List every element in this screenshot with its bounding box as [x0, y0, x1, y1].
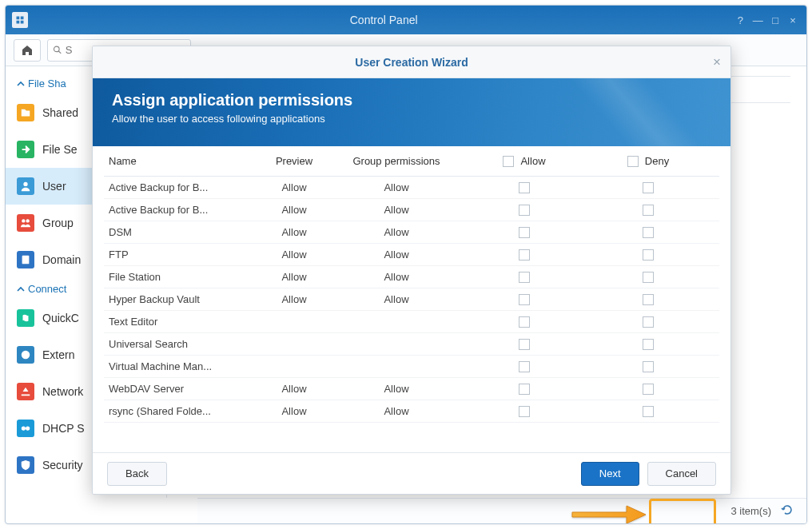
- permission-row: Text Editor: [104, 311, 719, 333]
- col-name[interactable]: Name: [104, 155, 256, 167]
- permissions-table: Name Preview Group permissions Allow Den…: [93, 146, 730, 452]
- deny-all-checkbox[interactable]: [627, 156, 639, 167]
- modal-footer: Back Next Cancel: [93, 452, 730, 494]
- app-preview: Allow: [256, 293, 332, 305]
- allow-checkbox[interactable]: [519, 361, 530, 372]
- modal-title: User Creation Wizard: [355, 56, 468, 69]
- col-preview[interactable]: Preview: [256, 155, 332, 167]
- permissions-header: Name Preview Group permissions Allow Den…: [104, 146, 719, 177]
- app-preview: Allow: [256, 181, 332, 193]
- permission-row: FTPAllowAllow: [104, 244, 719, 266]
- allow-checkbox[interactable]: [519, 406, 530, 417]
- back-button[interactable]: Back: [107, 462, 167, 486]
- next-button[interactable]: Next: [581, 462, 639, 486]
- app-preview: Allow: [256, 226, 332, 238]
- allow-checkbox[interactable]: [519, 227, 530, 238]
- app-group-perm: Allow: [332, 249, 460, 261]
- col-allow[interactable]: Allow: [460, 155, 588, 167]
- allow-checkbox[interactable]: [519, 294, 530, 305]
- app-name: rsync (Shared Folde...: [104, 405, 256, 417]
- permission-row: Active Backup for B...AllowAllow: [104, 177, 719, 199]
- deny-checkbox[interactable]: [643, 182, 654, 193]
- app-name: Active Backup for B...: [104, 181, 256, 193]
- deny-checkbox[interactable]: [643, 384, 654, 395]
- app-name: DSM: [104, 226, 256, 238]
- modal-banner: Assign application permissions Allow the…: [93, 78, 730, 146]
- deny-checkbox[interactable]: [643, 294, 654, 305]
- app-name: Hyper Backup Vault: [104, 293, 256, 305]
- permission-row: Virtual Machine Man...: [104, 356, 719, 378]
- app-group-perm: Allow: [332, 204, 460, 216]
- app-group-perm: Allow: [332, 271, 460, 283]
- app-name: File Station: [104, 271, 256, 283]
- allow-checkbox[interactable]: [519, 316, 530, 328]
- app-name: WebDAV Server: [104, 383, 256, 395]
- deny-checkbox[interactable]: [643, 227, 654, 238]
- modal-close-button[interactable]: ×: [713, 54, 721, 70]
- app-name: Virtual Machine Man...: [104, 360, 256, 372]
- app-preview: Allow: [256, 405, 332, 417]
- app-group-perm: Allow: [332, 226, 460, 238]
- app-preview: Allow: [256, 271, 332, 283]
- deny-checkbox[interactable]: [643, 249, 654, 261]
- app-group-perm: Allow: [332, 293, 460, 305]
- app-preview: Allow: [256, 204, 332, 216]
- control-panel-window: Control Panel ? — □ × File Sha SharedFil…: [5, 5, 807, 524]
- app-group-perm: Allow: [332, 181, 460, 193]
- permission-row: WebDAV ServerAllowAllow: [104, 378, 719, 400]
- allow-checkbox[interactable]: [519, 384, 530, 395]
- app-name: Text Editor: [104, 316, 256, 328]
- permission-row: Universal Search: [104, 333, 719, 356]
- col-deny[interactable]: Deny: [588, 155, 708, 167]
- permission-row: File StationAllowAllow: [104, 266, 719, 288]
- allow-checkbox[interactable]: [519, 272, 530, 283]
- deny-checkbox[interactable]: [643, 205, 654, 216]
- permission-row: rsync (Shared Folde...AllowAllow: [104, 400, 719, 423]
- allow-checkbox[interactable]: [519, 339, 530, 350]
- col-group[interactable]: Group permissions: [332, 155, 460, 167]
- app-name: Universal Search: [104, 338, 256, 350]
- permission-row: Active Backup for B...AllowAllow: [104, 199, 719, 221]
- deny-checkbox[interactable]: [643, 339, 654, 350]
- allow-all-checkbox[interactable]: [503, 156, 514, 167]
- user-creation-wizard: User Creation Wizard × Assign applicatio…: [92, 46, 731, 495]
- deny-checkbox[interactable]: [643, 272, 654, 283]
- app-name: Active Backup for B...: [104, 204, 256, 216]
- allow-checkbox[interactable]: [519, 249, 530, 261]
- permission-row: Hyper Backup VaultAllowAllow: [104, 288, 719, 311]
- deny-checkbox[interactable]: [643, 361, 654, 372]
- app-preview: Allow: [256, 383, 332, 395]
- allow-checkbox[interactable]: [519, 182, 530, 193]
- permission-row: DSMAllowAllow: [104, 221, 719, 244]
- deny-checkbox[interactable]: [643, 316, 654, 328]
- app-name: FTP: [104, 249, 256, 261]
- app-group-perm: Allow: [332, 405, 460, 417]
- modal-subheading: Allow the user to access following appli…: [112, 113, 711, 125]
- app-preview: Allow: [256, 249, 332, 261]
- allow-checkbox[interactable]: [519, 205, 530, 216]
- app-group-perm: Allow: [332, 383, 460, 395]
- modal-heading: Assign application permissions: [112, 91, 711, 109]
- deny-checkbox[interactable]: [643, 406, 654, 417]
- cancel-button[interactable]: Cancel: [647, 462, 716, 486]
- modal-titlebar: User Creation Wizard ×: [93, 46, 730, 78]
